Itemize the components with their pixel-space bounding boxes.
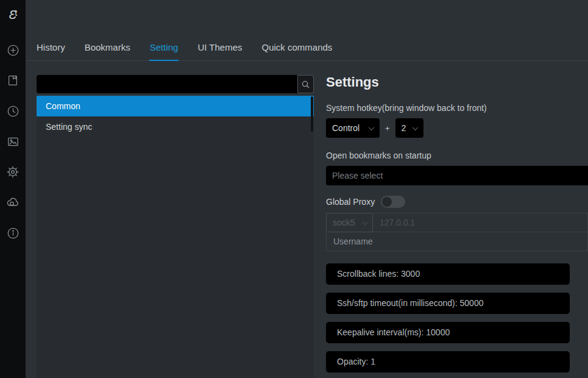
proxy-settings-group: sock5 (326, 213, 588, 251)
search-input[interactable] (37, 75, 297, 93)
gear-icon (5, 165, 20, 179)
keepalive-interval-input[interactable]: Keepalive interval(ms): 10000 (326, 322, 570, 343)
search-button[interactable] (297, 75, 314, 93)
page-title: Settings (326, 74, 588, 90)
chevron-down-icon (369, 124, 375, 130)
hotkey-plus: + (385, 124, 390, 133)
search-icon (301, 80, 310, 89)
proxy-protocol-select[interactable]: sock5 (326, 213, 373, 232)
tab-history[interactable]: History (36, 42, 66, 60)
hotkey-label: System hotkey(bring window back to front… (326, 103, 588, 113)
logo-t: t (15, 7, 16, 18)
history-button[interactable] (0, 104, 26, 118)
settings-left-panel: Common Setting sync (37, 61, 314, 378)
tab-ui-themes[interactable]: UI Themes (197, 42, 243, 60)
global-proxy-row: Global Proxy (326, 195, 588, 209)
opacity-input[interactable]: Opacity: 1 (326, 351, 570, 373)
open-bookmarks-placeholder: Please select (332, 171, 383, 180)
sidebar: Ɛt (0, 0, 26, 378)
hotkey-row: Control + 2 (326, 118, 588, 138)
picture-icon (6, 135, 20, 149)
list-item-common[interactable]: Common (37, 96, 314, 116)
open-bookmarks-label: Open bookmarks on startup (326, 151, 588, 160)
plus-circle-icon (6, 43, 20, 57)
scrollbar-thumb[interactable] (311, 96, 313, 132)
proxy-username-input[interactable] (326, 232, 588, 251)
toggle-knob (382, 197, 392, 207)
about-button[interactable] (0, 226, 26, 240)
cloud-sync-icon (5, 195, 20, 210)
settings-content: Common Setting sync Settings System hotk… (26, 61, 588, 378)
bookmark-icon (6, 74, 19, 87)
app-window: Ɛt (0, 0, 588, 378)
settings-form: Settings System hotkey(bring window back… (326, 61, 588, 378)
app-logo: Ɛt (9, 7, 16, 29)
chevron-down-icon (412, 124, 418, 130)
chevron-down-icon (363, 219, 369, 225)
ssh-sftp-timeout-input[interactable]: Ssh/sftp timeout(in millisecond): 50000 (326, 293, 570, 314)
bookmarks-button[interactable] (0, 73, 26, 88)
scrollback-lines-input[interactable]: Scrollback lines: 3000 (326, 263, 570, 285)
tab-bookmarks[interactable]: Bookmarks (84, 42, 131, 60)
new-terminal-button[interactable] (0, 43, 26, 57)
settings-category-list: Common Setting sync (37, 96, 314, 378)
global-proxy-label: Global Proxy (326, 197, 375, 207)
list-item-setting-sync[interactable]: Setting sync (37, 116, 314, 137)
hotkey-modifier-value: Control (332, 123, 360, 133)
search-bar (37, 75, 314, 93)
tab-setting[interactable]: Setting (149, 42, 179, 60)
hotkey-key-select[interactable]: 2 (395, 118, 423, 138)
clock-icon (6, 104, 20, 118)
proxy-host-input[interactable] (373, 213, 588, 232)
proxy-address-row: sock5 (326, 213, 588, 232)
settings-button[interactable] (0, 165, 26, 179)
ui-themes-button[interactable] (0, 134, 26, 149)
hotkey-modifier-select[interactable]: Control (326, 118, 380, 138)
global-proxy-toggle[interactable] (381, 196, 405, 208)
open-bookmarks-select[interactable]: Please select (326, 166, 588, 185)
hotkey-key-value: 2 (402, 123, 406, 133)
info-icon (6, 226, 20, 240)
tab-quick-commands[interactable]: Quick commands (261, 42, 333, 60)
sync-button[interactable] (0, 195, 26, 210)
main-area: History Bookmarks Setting UI Themes Quic… (26, 0, 588, 378)
tab-bar: History Bookmarks Setting UI Themes Quic… (26, 0, 588, 61)
proxy-protocol-value: sock5 (333, 218, 355, 227)
